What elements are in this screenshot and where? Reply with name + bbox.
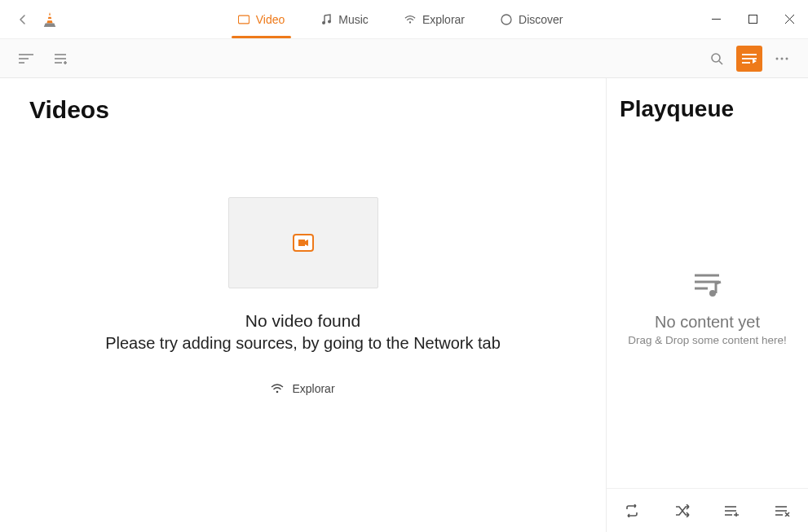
tab-explore[interactable]: Explorar [390,0,479,38]
tab-music[interactable]: Music [306,0,383,38]
tab-explore-label: Explorar [422,13,465,26]
main-tabs: Video Music Explorar Discover [223,0,578,38]
minimize-icon [712,15,721,24]
svg-rect-9 [748,15,757,24]
maximize-button[interactable] [735,0,771,38]
title-bar-left [0,11,163,28]
sort-icon [19,53,33,64]
svg-point-25 [786,57,788,59]
main-panel: Videos No video found Please try adding … [0,78,606,532]
toolbar [0,39,808,78]
close-button[interactable] [771,0,808,38]
search-icon [710,52,723,65]
svg-line-19 [719,61,722,64]
playlist-music-icon [693,272,722,301]
svg-point-18 [712,54,720,62]
queue-add-button[interactable] [49,46,75,72]
svg-point-26 [276,391,279,394]
close-icon [785,15,794,24]
arrow-left-icon [16,13,29,26]
empty-thumbnail [228,197,378,288]
playlist-add-icon [55,53,69,64]
tab-discover[interactable]: Discover [486,0,577,38]
content: Videos No video found Please try adding … [0,78,808,532]
camera-icon [293,234,314,252]
window-controls [698,0,808,38]
svg-rect-1 [47,19,52,20]
svg-point-7 [501,15,511,24]
compass-icon [501,14,512,25]
maximize-icon [748,15,757,24]
playlist-add-icon [725,505,740,517]
playqueue-empty-title: No content yet [655,313,760,332]
shuffle-icon [675,504,690,517]
svg-point-23 [776,57,779,59]
svg-point-4 [328,20,331,23]
empty-state: No video found Please try adding sources… [29,124,576,514]
playqueue-empty: No content yet Drag & Drop some content … [620,130,795,488]
shuffle-button[interactable] [666,496,699,525]
toolbar-right [704,46,795,72]
toolbar-left [13,46,75,72]
svg-rect-0 [47,15,51,16]
playqueue-title: Playqueue [620,96,795,122]
playlist-clear-icon [775,505,790,517]
explore-link-label: Explorar [292,382,334,395]
playlist-icon [742,53,757,64]
music-icon [320,14,332,25]
wifi-icon [404,14,416,25]
svg-point-6 [409,21,411,23]
empty-subtitle: Please try adding sources, by going to t… [105,334,501,353]
minimize-button[interactable] [698,0,735,38]
more-button[interactable] [769,46,795,72]
queue-add-footer-button[interactable] [716,496,748,525]
back-button[interactable] [15,11,31,28]
search-button[interactable] [704,46,730,72]
ellipsis-icon [775,57,788,60]
tab-video[interactable]: Video [223,0,300,38]
queue-clear-button[interactable] [766,496,799,525]
playqueue-toggle-button[interactable] [736,46,762,72]
svg-point-24 [781,57,784,59]
playqueue-panel: Playqueue No content yet Drag & Drop som… [606,78,808,532]
tab-discover-label: Discover [519,13,563,26]
playqueue-footer [607,488,808,532]
repeat-button[interactable] [616,496,648,525]
page-title: Videos [29,96,576,124]
svg-rect-2 [238,15,249,24]
title-bar: Video Music Explorar Discover [0,0,808,39]
wifi-icon [271,384,284,394]
video-icon [238,14,249,25]
sort-button[interactable] [13,46,39,72]
tab-video-label: Video [256,13,285,26]
repeat-icon [625,504,639,517]
empty-title: No video found [245,311,360,331]
explore-link[interactable]: Explorar [271,382,334,395]
tab-music-label: Music [338,13,369,26]
playqueue-empty-sub: Drag & Drop some content here! [628,334,786,346]
vlc-logo-icon [42,11,57,28]
